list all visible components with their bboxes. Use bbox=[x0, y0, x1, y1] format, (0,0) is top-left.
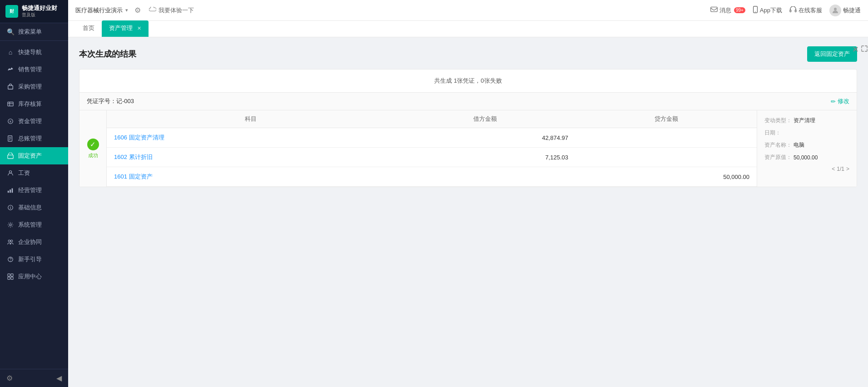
svg-point-18 bbox=[10, 223, 11, 225]
sales-label: 销售管理 bbox=[18, 65, 42, 74]
messages-badge: 99+ bbox=[734, 7, 745, 13]
search-icon: 🔍 bbox=[6, 28, 15, 36]
sidebar-header: 财 畅捷通好业财 普及版 bbox=[0, 0, 68, 23]
svg-point-19 bbox=[8, 240, 10, 242]
sidebar-item-purchase[interactable]: 采购管理 bbox=[0, 78, 68, 95]
return-fixed-assets-button[interactable]: 返回固定资产 bbox=[807, 46, 857, 62]
svg-rect-26 bbox=[11, 277, 13, 279]
topbar-right: 消息 99+ App下载 在线客服 畅捷通 bbox=[710, 5, 861, 16]
window-actions: ✕ bbox=[852, 45, 868, 55]
general-ledger-label: 总账管理 bbox=[18, 134, 42, 143]
edit-icon: ✏ bbox=[831, 98, 836, 105]
sidebar-item-operations[interactable]: 经营管理 bbox=[0, 182, 68, 199]
topbar-settings-button[interactable]: ⚙ bbox=[134, 6, 141, 15]
tab-home[interactable]: 首页 bbox=[75, 20, 102, 37]
row3-debit bbox=[394, 167, 575, 187]
quick-nav-label: 快捷导航 bbox=[18, 48, 42, 56]
sidebar-item-payroll[interactable]: 工资 bbox=[0, 164, 68, 182]
svg-rect-1 bbox=[8, 102, 13, 106]
app-title: 畅捷通好业财 bbox=[22, 5, 57, 12]
main-area: 医疗器械行业演示 ▾ ⚙ 我要体验一下 消息 99+ App下载 bbox=[68, 0, 868, 387]
app-download-button[interactable]: App下载 bbox=[753, 6, 782, 15]
app-download-label: App下载 bbox=[760, 6, 782, 15]
sidebar-item-app-center[interactable]: 应用中心 bbox=[0, 268, 68, 285]
svg-point-32 bbox=[834, 8, 837, 10]
svg-rect-14 bbox=[12, 188, 13, 193]
quick-nav-icon: ⌂ bbox=[6, 48, 15, 56]
sidebar-item-quick-nav[interactable]: ⌂ 快捷导航 bbox=[0, 44, 68, 61]
basic-info-label: 基础信息 bbox=[18, 203, 42, 212]
collapse-icon[interactable]: ◀ bbox=[56, 374, 62, 382]
tab-asset-management[interactable]: 资产管理 ✕ bbox=[102, 20, 149, 37]
purchase-label: 采购管理 bbox=[18, 83, 42, 91]
sidebar-item-basic-info[interactable]: 基础信息 bbox=[0, 199, 68, 216]
svg-rect-23 bbox=[8, 273, 10, 276]
next-page-button[interactable]: > bbox=[846, 166, 849, 172]
date-label: 日期： bbox=[764, 129, 781, 137]
row1-subject: 1606 固定资产清理 bbox=[107, 128, 394, 148]
svg-rect-30 bbox=[790, 10, 791, 12]
row2-credit bbox=[575, 148, 757, 167]
app-logo: 财 bbox=[5, 5, 18, 18]
sidebar-item-inventory[interactable]: 库存核算 bbox=[0, 95, 68, 113]
asset-name-value: 电脑 bbox=[794, 141, 804, 149]
row3-subject: 1601 固定资产 bbox=[107, 167, 394, 187]
expand-panel-button[interactable] bbox=[861, 45, 868, 54]
svg-rect-0 bbox=[8, 85, 13, 89]
inventory-label: 库存核算 bbox=[18, 100, 42, 108]
app-center-label: 应用中心 bbox=[18, 273, 42, 281]
svg-rect-12 bbox=[8, 190, 9, 192]
funds-label: 资金管理 bbox=[18, 117, 42, 125]
asset-name-label: 资产名称： bbox=[764, 141, 792, 149]
messages-button[interactable]: 消息 99+ bbox=[710, 6, 745, 15]
cloud-icon bbox=[149, 7, 156, 14]
online-service-button[interactable]: 在线客服 bbox=[789, 6, 822, 15]
sidebar-item-funds[interactable]: ¥ 资金管理 bbox=[0, 113, 68, 130]
user-profile[interactable]: 畅捷通 bbox=[829, 5, 861, 16]
company-selector[interactable]: 医疗器械行业演示 ▾ bbox=[75, 6, 128, 15]
topbar: 医疗器械行业演示 ▾ ⚙ 我要体验一下 消息 99+ App下载 bbox=[68, 0, 868, 21]
sidebar-item-enterprise[interactable]: 企业协同 bbox=[0, 233, 68, 251]
app-title-wrap: 畅捷通好业财 普及版 bbox=[22, 5, 57, 18]
svg-rect-31 bbox=[795, 10, 796, 12]
original-value-row: 资产原值： 50,000.00 bbox=[764, 154, 849, 161]
operations-label: 经营管理 bbox=[18, 186, 42, 194]
enterprise-icon bbox=[6, 238, 15, 246]
prev-page-button[interactable]: < bbox=[832, 166, 835, 172]
svg-point-20 bbox=[10, 240, 12, 242]
table-row: 1601 固定资产 50,000.00 bbox=[107, 167, 757, 187]
edit-voucher-button[interactable]: ✏ 修改 bbox=[831, 97, 849, 105]
tabbar: 首页 资产管理 ✕ bbox=[68, 21, 868, 37]
company-chevron-icon: ▾ bbox=[125, 7, 128, 13]
table-row: 1602 累计折旧 7,125.03 bbox=[107, 148, 757, 167]
system-icon bbox=[6, 221, 15, 229]
original-value-label: 资产原值： bbox=[764, 154, 792, 161]
search-menu-item[interactable]: 🔍 搜索菜单 bbox=[0, 23, 68, 41]
username: 畅捷通 bbox=[843, 6, 861, 15]
row2-subject: 1602 累计折旧 bbox=[107, 148, 394, 167]
general-ledger-icon bbox=[6, 134, 15, 143]
svg-text:¥: ¥ bbox=[10, 119, 11, 123]
experience-button[interactable]: 我要体验一下 bbox=[149, 6, 194, 15]
guide-icon bbox=[6, 255, 15, 263]
success-text: 成功 bbox=[88, 152, 98, 159]
close-panel-button[interactable]: ✕ bbox=[852, 45, 859, 55]
svg-rect-13 bbox=[10, 189, 11, 193]
tab-close-icon[interactable]: ✕ bbox=[137, 25, 141, 31]
settings-footer-icon[interactable]: ⚙ bbox=[6, 374, 13, 382]
row1-credit bbox=[575, 128, 757, 148]
sidebar-item-system[interactable]: 系统管理 bbox=[0, 216, 68, 233]
row1-debit: 42,874.97 bbox=[394, 128, 575, 148]
sidebar-item-fixed-assets[interactable]: 固定资产 bbox=[0, 147, 68, 164]
sidebar-item-general-ledger[interactable]: 总账管理 bbox=[0, 130, 68, 147]
table-header-row: 科目 借方金额 贷方金额 bbox=[107, 110, 757, 128]
messages-label: 消息 bbox=[719, 6, 731, 15]
side-info-panel: 变动类型： 资产清理 日期： 资产名称： 电脑 资产原值： bbox=[757, 110, 857, 187]
change-type-row: 变动类型： 资产清理 bbox=[764, 117, 849, 124]
col-subject: 科目 bbox=[107, 110, 394, 128]
sidebar-item-guide[interactable]: 新手引导 bbox=[0, 251, 68, 268]
sidebar-item-sales[interactable]: 销售管理 bbox=[0, 61, 68, 78]
svg-point-22 bbox=[10, 260, 10, 261]
voucher-number: 凭证字号：记-003 bbox=[87, 97, 134, 105]
headset-icon bbox=[789, 6, 797, 14]
